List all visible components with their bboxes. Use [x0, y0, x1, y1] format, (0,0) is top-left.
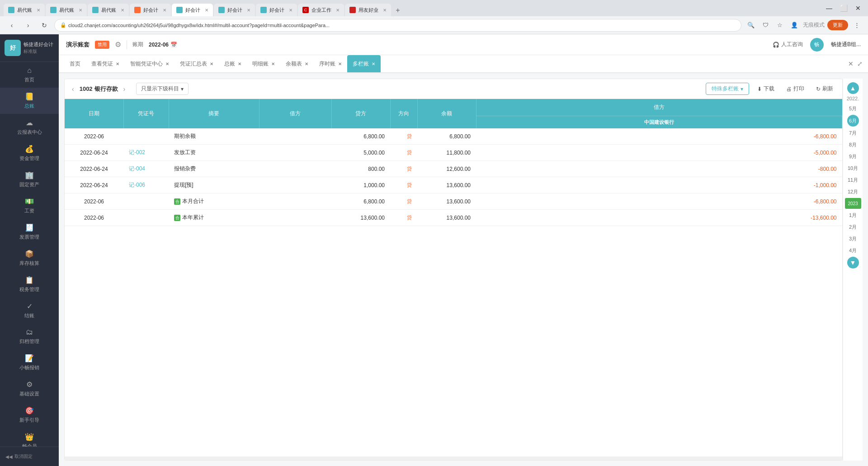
sidebar-item-assets[interactable]: 🏢 固定资产: [0, 166, 59, 193]
tab-balance-close[interactable]: ✕: [305, 61, 308, 66]
pin-button[interactable]: ◀◀ 取消固定: [3, 451, 56, 462]
tab-vouchers[interactable]: 查看凭证 ✕: [86, 55, 125, 73]
user-avatar[interactable]: 畅: [810, 38, 824, 52]
table-cell-extra-debit: -1,000.00: [476, 177, 842, 193]
url-input[interactable]: 🔒 cloud2.chanjet.com/accounting/uh26t264…: [54, 19, 741, 32]
tab-close-9[interactable]: ✕: [383, 8, 387, 13]
table-cell-voucher[interactable]: 记-002: [123, 145, 169, 161]
expand-tab-icon[interactable]: ⤢: [857, 60, 863, 67]
next-account-arrow[interactable]: ›: [122, 85, 127, 94]
tab-smart-vouchers-close[interactable]: ✕: [165, 61, 169, 66]
sidebar-item-invoice[interactable]: 🧾 发票管理: [0, 219, 59, 245]
restore-button[interactable]: ⬜: [837, 4, 850, 13]
sidebar-item-tax[interactable]: 📋 税务管理: [0, 271, 59, 297]
menu-icon[interactable]: ⋮: [851, 19, 863, 31]
forward-button[interactable]: ›: [22, 19, 34, 32]
sidebar-item-settings[interactable]: ⚙ 基础设置: [0, 376, 59, 402]
date-jun[interactable]: 6月: [847, 115, 859, 127]
sidebar-item-funds[interactable]: 💰 资金管理: [0, 140, 59, 166]
sidebar-item-expense[interactable]: 📝 小畅报销: [0, 349, 59, 376]
table-cell-voucher: [123, 210, 169, 226]
date-feb[interactable]: 2月: [845, 221, 861, 232]
sidebar-item-payroll[interactable]: 💵 工资: [0, 193, 59, 219]
sidebar-item-reports[interactable]: ☁ 云报表中心: [0, 114, 59, 140]
tab-multi-column-close[interactable]: ✕: [372, 61, 375, 66]
header-settings-icon[interactable]: ⚙: [115, 40, 121, 49]
account-name: 银行存款: [94, 85, 118, 93]
date-may[interactable]: 5月: [845, 103, 861, 114]
tab-detail-ledger-close[interactable]: ✕: [271, 61, 275, 66]
sidebar-item-archive[interactable]: 🗂 归档管理: [0, 324, 59, 349]
date-dec[interactable]: 12月: [845, 186, 861, 197]
sidebar-item-closing[interactable]: ✓ 结账: [0, 297, 59, 324]
minimize-button[interactable]: —: [823, 4, 835, 13]
bookmark-icon[interactable]: ☆: [774, 19, 786, 31]
tab-chronological[interactable]: 序时账 ✕: [314, 55, 347, 73]
update-button[interactable]: 更新: [827, 20, 848, 30]
table-cell-voucher[interactable]: 记-006: [123, 177, 169, 193]
tab-close-5[interactable]: ✕: [205, 8, 208, 13]
tab-close-2[interactable]: ✕: [79, 8, 82, 13]
tab-close-1[interactable]: ✕: [37, 8, 40, 13]
back-button[interactable]: ‹: [5, 19, 18, 32]
tab-smart-vouchers[interactable]: 智能凭证中心 ✕: [125, 55, 175, 73]
sidebar-item-home[interactable]: ⌂ 首页: [0, 62, 59, 88]
date-aug[interactable]: 8月: [845, 139, 861, 150]
browser-tab-5[interactable]: 好会计 ✕: [172, 4, 213, 16]
tab-voucher-summary-close[interactable]: ✕: [210, 61, 213, 66]
browser-tab-1[interactable]: 易代账 ✕: [4, 4, 45, 16]
browser-tab-7[interactable]: 好会计 ✕: [256, 4, 297, 16]
close-tab-icon[interactable]: ✕: [848, 60, 854, 67]
refresh-button[interactable]: ↻ 刷新: [812, 83, 837, 94]
tab-general-ledger[interactable]: 总账 ✕: [219, 55, 247, 73]
tabs-bar: 首页 查看凭证 ✕ 智能凭证中心 ✕ 凭证汇总表 ✕ 总账 ✕ 明细账 ✕: [59, 55, 868, 73]
browser-tab-4[interactable]: 好会计 ✕: [130, 4, 171, 16]
sidebar-item-guide[interactable]: 🎯 新手引导: [0, 402, 59, 428]
special-columns-button[interactable]: 特殊多栏账 ▾: [706, 83, 749, 95]
prev-account-arrow[interactable]: ‹: [70, 85, 76, 94]
tab-close-8[interactable]: ✕: [336, 8, 340, 13]
tab-general-ledger-close[interactable]: ✕: [238, 61, 241, 66]
browser-tab-9[interactable]: 用友好业 ✕: [345, 4, 391, 16]
date-jan[interactable]: 1月: [845, 210, 861, 221]
tab-close-3[interactable]: ✕: [121, 8, 124, 13]
sidebar-item-ledger[interactable]: 📒 总账: [0, 88, 59, 114]
table-cell-voucher[interactable]: 记-004: [123, 161, 169, 177]
reload-button[interactable]: ↻: [38, 19, 51, 32]
browser-tab-8[interactable]: C 企业工作 ✕: [298, 4, 344, 16]
date-jul[interactable]: 7月: [845, 127, 861, 138]
tab-close-7[interactable]: ✕: [289, 8, 292, 13]
profile-icon[interactable]: 👤: [788, 19, 800, 31]
close-window-button[interactable]: ✕: [852, 4, 864, 13]
browser-tab-2[interactable]: 易代账 ✕: [46, 4, 87, 16]
search-icon[interactable]: 🔍: [745, 19, 757, 31]
sidebar-item-inventory[interactable]: 📦 库存核算: [0, 245, 59, 271]
date-nav-down[interactable]: ▼: [847, 257, 859, 268]
filter-button[interactable]: 只显示下级科目 ▾: [136, 83, 189, 95]
tab-vouchers-close[interactable]: ✕: [116, 61, 119, 66]
date-mar[interactable]: 3月: [845, 233, 861, 244]
tab-balance[interactable]: 余额表 ✕: [280, 55, 314, 73]
tab-home[interactable]: 首页: [64, 55, 86, 73]
date-apr[interactable]: 4月: [845, 245, 861, 256]
date-nov[interactable]: 11月: [845, 174, 861, 185]
service-button[interactable]: 🎧 人工咨询: [773, 41, 803, 48]
date-nav-up[interactable]: ▲: [847, 82, 859, 94]
account-selector[interactable]: 1002 银行存款: [80, 85, 118, 93]
tab-voucher-summary[interactable]: 凭证汇总表 ✕: [175, 55, 219, 73]
tab-close-4[interactable]: ✕: [163, 8, 166, 13]
period-value[interactable]: 2022-06 📅: [149, 42, 177, 48]
date-oct[interactable]: 10月: [845, 163, 861, 174]
date-sep[interactable]: 9月: [845, 151, 861, 162]
tab-detail-ledger[interactable]: 明细账 ✕: [247, 55, 280, 73]
download-button[interactable]: ⬇ 下载: [754, 83, 778, 94]
browser-tab-3[interactable]: 易代账 ✕: [88, 4, 129, 16]
tab-close-6[interactable]: ✕: [247, 8, 250, 13]
new-tab-button[interactable]: +: [392, 5, 404, 16]
print-button[interactable]: 🖨 打印: [783, 83, 808, 94]
sidebar-item-member[interactable]: 👑 畅会员: [0, 428, 59, 447]
tab-chronological-close[interactable]: ✕: [338, 61, 342, 66]
browser-tab-6[interactable]: 好会计 ✕: [214, 4, 255, 16]
shield-icon[interactable]: 🛡: [760, 19, 771, 31]
tab-multi-column[interactable]: 多栏账 ✕: [347, 55, 381, 73]
